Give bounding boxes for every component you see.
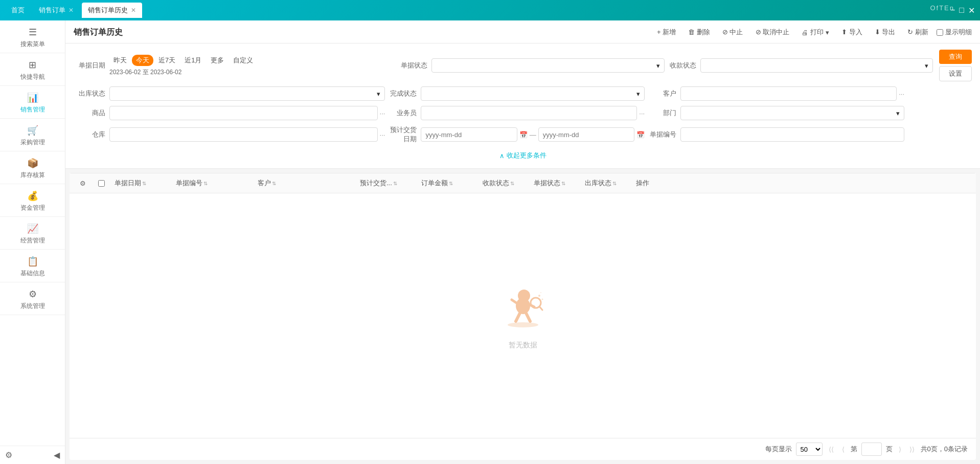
basic-icon: 📋	[27, 256, 38, 267]
table-select-all[interactable]	[92, 180, 110, 187]
filter-delivery-date-item: 预计交货日期 📅 — 📅	[385, 125, 645, 144]
refresh-button[interactable]: ↻ 刷新	[903, 26, 932, 39]
filter-out-item: 出库状态 ▾	[74, 86, 385, 101]
pagination-prev-btn[interactable]: ⟨	[840, 445, 847, 454]
pagination-page-input[interactable]: 1	[861, 443, 882, 456]
salesperson-ellipsis[interactable]: ···	[639, 109, 645, 117]
sidebar-collapse-btn[interactable]: ◀	[54, 450, 60, 460]
date-1month-btn[interactable]: 近1月	[180, 55, 206, 66]
delivery-calendar-start-icon[interactable]: 📅	[519, 131, 528, 139]
table-area: ⚙ 单据日期 ⇅ 单据编号 ⇅ 客户 ⇅ 预计交货...	[70, 173, 976, 460]
page-title: 销售订单历史	[74, 27, 123, 38]
new-button[interactable]: + 新增	[653, 26, 680, 39]
th-num[interactable]: 单据编号 ⇅	[172, 179, 254, 188]
th-customer[interactable]: 客户 ⇅	[254, 179, 356, 188]
status-select[interactable]: ▾	[431, 58, 664, 73]
sidebar-item-quicknav[interactable]: ⊞ 快捷导航	[0, 53, 65, 86]
delivery-end-input[interactable]	[538, 127, 634, 142]
tab-sales-order-close[interactable]: ✕	[69, 7, 74, 14]
table-settings-icon[interactable]: ⚙	[74, 180, 92, 187]
sidebar-item-sales[interactable]: 📊 销售管理	[0, 86, 65, 119]
out-filter-label: 出库状态	[74, 89, 109, 98]
date-today-btn[interactable]: 今天	[132, 55, 153, 66]
tab-sales-order[interactable]: 销售订单 ✕	[33, 3, 80, 18]
display-checkbox[interactable]	[937, 29, 943, 36]
quicknav-icon: ⊞	[29, 59, 36, 71]
complete-select[interactable]: ▾	[421, 86, 645, 101]
sidebar-item-basic[interactable]: 📋 基础信息	[0, 250, 65, 282]
date-filter-control: 昨天 今天 近7天 近1月 更多 自定义 2023-06-02 至 2023-0…	[109, 55, 396, 77]
print-dropdown-icon: ▾	[826, 29, 829, 36]
date-more-btn[interactable]: 更多	[207, 55, 228, 66]
sidebar: ☰ 搜索菜单 ⊞ 快捷导航 📊 销售管理 🛒 采购管理 📦 库存核算 💰 资金管…	[0, 20, 65, 464]
import-button[interactable]: ⬆ 导入	[837, 26, 867, 39]
stop-button[interactable]: ⊘ 中止	[718, 26, 747, 39]
receipt-filter-control: ▾	[700, 58, 933, 73]
delivery-start-input[interactable]	[421, 127, 517, 142]
inventory-icon: 📦	[27, 158, 38, 169]
svg-line-5	[512, 300, 518, 304]
sidebar-item-ops-label: 经营管理	[20, 236, 45, 245]
svg-point-11	[540, 292, 541, 293]
th-status[interactable]: 单据状态 ⇅	[530, 179, 581, 188]
sidebar-item-system[interactable]: ⚙ 系统管理	[0, 282, 65, 315]
th-delivery[interactable]: 预计交货... ⇅	[356, 179, 417, 188]
sidebar-item-inventory[interactable]: 📦 库存核算	[0, 151, 65, 184]
close-button[interactable]: ✕	[968, 6, 975, 15]
warehouse-ellipsis[interactable]: ···	[380, 131, 385, 139]
tab-home[interactable]: 首页	[5, 3, 31, 18]
table-header: ⚙ 单据日期 ⇅ 单据编号 ⇅ 客户 ⇅ 预计交货...	[70, 173, 976, 193]
maximize-button[interactable]: □	[959, 6, 964, 15]
th-date[interactable]: 单据日期 ⇅	[110, 179, 172, 188]
goods-filter-control: ···	[109, 106, 385, 120]
sidebar-settings-btn[interactable]: ⚙	[5, 450, 12, 460]
pagination-total: 共0页，0条记录	[921, 445, 968, 454]
date-7days-btn[interactable]: 近7天	[154, 55, 179, 66]
query-button[interactable]: 查询	[939, 50, 972, 64]
empty-illustration	[497, 281, 549, 333]
goods-input[interactable]	[109, 106, 378, 120]
settings-button[interactable]: 设置	[939, 66, 972, 81]
sidebar-item-search[interactable]: ☰ 搜索菜单	[0, 20, 65, 53]
date-yesterday-btn[interactable]: 昨天	[109, 55, 131, 66]
sidebar-item-ops[interactable]: 📈 经营管理	[0, 217, 65, 250]
goods-ellipsis[interactable]: ···	[380, 109, 385, 117]
warehouse-input[interactable]	[109, 127, 378, 142]
delete-button[interactable]: 🗑 删除	[684, 26, 714, 39]
per-page-select[interactable]: 50 100 200	[796, 443, 823, 456]
order-no-input[interactable]	[680, 127, 904, 142]
sidebar-item-finance[interactable]: 💰 资金管理	[0, 184, 65, 217]
dept-select[interactable]: ▾	[680, 106, 904, 120]
receipt-select[interactable]: ▾	[700, 58, 933, 73]
date-custom-btn[interactable]: 自定义	[229, 55, 257, 66]
tab-sales-history-close[interactable]: ✕	[131, 7, 136, 14]
th-receipt[interactable]: 收款状态 ⇅	[478, 179, 530, 188]
pagination-last-btn[interactable]: ⟩⟩	[907, 445, 917, 454]
customer-ellipsis[interactable]: ···	[899, 90, 904, 98]
complete-dropdown-icon: ▾	[636, 90, 640, 98]
display-toggle[interactable]: 显示明细	[937, 28, 972, 37]
pagination-first-btn[interactable]: ⟨⟨	[827, 445, 836, 454]
salesperson-input[interactable]	[421, 106, 637, 120]
customer-input[interactable]	[680, 86, 897, 101]
sidebar-item-purchase[interactable]: 🛒 采购管理	[0, 119, 65, 151]
receipt-dropdown-icon: ▾	[925, 62, 928, 70]
tab-sales-history-label: 销售订单历史	[88, 6, 128, 15]
content-area: 销售订单历史 + 新增 🗑 删除 ⊘ 中止 ⊘ 取消中止 🖨 打印 ▾ ⬆ 导入…	[65, 20, 980, 464]
out-dropdown-icon: ▾	[377, 90, 380, 98]
print-button[interactable]: 🖨 打印 ▾	[797, 26, 833, 39]
select-all-checkbox[interactable]	[98, 180, 105, 187]
th-out[interactable]: 出库状态 ⇅	[581, 179, 632, 188]
svg-line-3	[516, 313, 520, 321]
collapse-more-link[interactable]: ∧ 收起更多条件	[74, 149, 972, 162]
date-filter-label: 单据日期	[74, 61, 109, 70]
th-amount[interactable]: 订单金额 ⇅	[417, 179, 478, 188]
export-button[interactable]: ⬇ 导出	[871, 26, 900, 39]
pagination-next-btn[interactable]: ⟩	[897, 445, 903, 454]
delivery-calendar-end-icon[interactable]: 📅	[636, 131, 645, 139]
cancel-stop-button[interactable]: ⊘ 取消中止	[751, 26, 794, 39]
th-receipt-label: 收款状态	[483, 179, 509, 188]
delivery-separator: —	[530, 131, 536, 139]
out-select[interactable]: ▾	[109, 86, 385, 101]
tab-sales-history[interactable]: 销售订单历史 ✕	[82, 3, 142, 18]
